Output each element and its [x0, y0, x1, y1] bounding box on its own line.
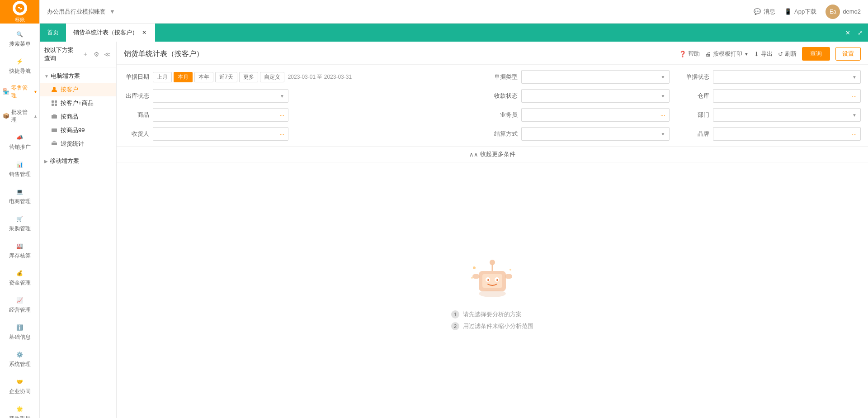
help-btn[interactable]: ❓ 帮助: [679, 50, 700, 58]
date-this-year-btn[interactable]: 本年: [194, 72, 213, 82]
warehouse-select[interactable]: ···: [713, 89, 861, 103]
top-header: 办公用品行业模拟账套 ▼ 💬 消息 📱 App下载 Ea demo2: [40, 0, 868, 24]
type-control: ▼: [521, 70, 670, 84]
template-print-btn[interactable]: 🖨 按模板打印 ▼: [705, 50, 749, 58]
filter-row-1: 单据日期 上月 本月 本年 近7天 更多 自定义 2023-03-01 至 20…: [124, 70, 861, 84]
export-btn[interactable]: ⬇ 导出: [754, 50, 773, 58]
filter-row-3: 商品 ··· 业务员 ···: [124, 108, 861, 122]
brand-label: 品牌: [684, 130, 709, 138]
scheme-group-desktop-title[interactable]: ▼ 电脑端方案: [40, 69, 116, 83]
out-status-chevron-icon: ▼: [280, 94, 284, 99]
svg-rect-7: [52, 128, 57, 132]
empty-tips: 1 请先选择要分析的方案 2 用过滤条件来缩小分析范围: [451, 310, 533, 330]
tab-home[interactable]: 首页: [40, 24, 66, 42]
filter-type: 单据类型 ▼: [492, 70, 670, 84]
sidebar-item-inventory[interactable]: 🏭 库存核算: [0, 237, 39, 264]
status-select[interactable]: ▼: [713, 70, 861, 84]
filter-status: 单据状态 ▼: [684, 70, 861, 84]
date-last-month-btn[interactable]: 上月: [153, 72, 172, 82]
collapse-bar[interactable]: ∧∧ 收起更多条件: [117, 147, 868, 162]
search-icon: 🔍: [15, 30, 24, 39]
tab-report[interactable]: 销货单统计表（按客户） ✕: [66, 24, 155, 42]
scheme-item-return-stats[interactable]: 退货统计: [40, 137, 116, 151]
department-select[interactable]: ▼: [713, 108, 861, 122]
product-select[interactable]: ···: [153, 108, 288, 122]
sidebar-item-marketing[interactable]: 📣 营销推广: [0, 128, 39, 156]
brand-select[interactable]: ···: [713, 127, 861, 141]
refresh-btn[interactable]: ↺ 刷新: [778, 50, 797, 58]
scheme-title: 按以下方案查询: [44, 46, 78, 62]
sidebar-item-sales[interactable]: 📊 销售管理: [0, 156, 39, 183]
sidebar-item-newcomer[interactable]: 🌟 新手引导: [0, 400, 39, 418]
main-area: 办公用品行业模拟账套 ▼ 💬 消息 📱 App下载 Ea demo2 首页: [40, 0, 868, 418]
purchase-icon: 🛒: [15, 214, 24, 223]
date-last-7days-btn[interactable]: 近7天: [215, 72, 237, 82]
industry-dropdown-icon[interactable]: ▼: [109, 8, 115, 15]
svg-rect-2: [52, 100, 54, 103]
brand-control: ···: [713, 127, 861, 141]
header-left: 办公用品行业模拟账套 ▼: [47, 8, 115, 16]
sidebar-item-basics[interactable]: ℹ️ 基础信息: [0, 318, 39, 346]
scheme-item-by-product[interactable]: 按商品: [40, 110, 116, 124]
sidebar-item-wholesale[interactable]: 📦 批发管理 ▲: [0, 104, 39, 128]
product-label: 商品: [124, 111, 149, 119]
tab-close-all-btn[interactable]: ✕: [844, 28, 852, 38]
date-this-month-btn[interactable]: 本月: [174, 72, 193, 82]
scheme-settings-btn[interactable]: ⚙: [92, 50, 101, 59]
salesperson-dots: ···: [660, 112, 665, 119]
product99-icon: [51, 127, 58, 134]
inventory-icon: 🏭: [15, 242, 24, 251]
filter-out-status: 出库状态 ▼: [124, 89, 478, 103]
scheme-collapse-btn[interactable]: ≪: [103, 50, 112, 59]
sidebar-item-system[interactable]: ⚙️ 系统管理: [0, 346, 39, 373]
sidebar-item-search[interactable]: 🔍 搜索菜单: [0, 25, 39, 52]
filter-warehouse: 仓库 ···: [684, 89, 861, 103]
out-status-select[interactable]: ▼: [153, 89, 288, 103]
user-menu[interactable]: Ea demo2: [826, 5, 861, 19]
scheme-item-by-customer-product[interactable]: 按客户+商品: [40, 96, 116, 110]
salesperson-control: ···: [521, 108, 670, 122]
print-icon: 🖨: [705, 51, 711, 57]
query-button[interactable]: 查询: [802, 47, 830, 61]
filter-row-4: 收货人 ··· 结算方式 ▼: [124, 127, 861, 141]
retail-icon: 🏪: [2, 87, 10, 96]
print-arrow-icon: ▼: [744, 52, 749, 57]
svg-rect-4: [52, 104, 54, 106]
sidebar-item-retail[interactable]: 🏪 零售管理 ▼: [0, 80, 39, 104]
sidebar-item-operations[interactable]: 📈 经营管理: [0, 291, 39, 318]
sidebar-item-enterprise[interactable]: 🤝 企业协同: [0, 373, 39, 400]
scheme-group-mobile-title[interactable]: ▶ 移动端方案: [40, 154, 116, 168]
date-control: 上月 本月 本年 近7天 更多 自定义 2023-03-01 至 2023-03…: [153, 72, 478, 82]
out-status-control: ▼: [153, 89, 478, 103]
scheme-item-by-customer[interactable]: 按客户: [40, 83, 116, 96]
status-chevron-icon: ▼: [852, 75, 857, 80]
sidebar-item-quick-nav[interactable]: ⚡ 快捷导航: [0, 52, 39, 80]
download-icon: 📱: [784, 8, 792, 15]
return-icon: [51, 140, 58, 147]
sidebar-item-ecommerce[interactable]: 💻 电商管理: [0, 183, 39, 210]
date-label: 单据日期: [124, 73, 149, 81]
tab-close-report[interactable]: ✕: [141, 29, 148, 36]
settlement-select[interactable]: ▼: [521, 127, 670, 141]
system-icon: ⚙️: [15, 350, 24, 359]
settlement-chevron-icon: ▼: [661, 132, 665, 137]
app-download-btn[interactable]: 📱 App下载: [784, 8, 816, 16]
settings-button[interactable]: 设置: [835, 47, 861, 61]
empty-state: 1 请先选择要分析的方案 2 用过滤条件来缩小分析范围: [117, 162, 868, 418]
salesperson-select[interactable]: ···: [521, 108, 670, 122]
sidebar-item-finance[interactable]: 💰 资金管理: [0, 264, 39, 291]
receiver-select[interactable]: ···: [153, 127, 288, 141]
scheme-item-by-product99[interactable]: 按商品99: [40, 124, 116, 137]
date-more-btn[interactable]: 更多: [239, 72, 258, 82]
receipt-status-select[interactable]: ▼: [521, 89, 670, 103]
tab-maximize-btn[interactable]: ⤢: [856, 28, 864, 38]
type-select[interactable]: ▼: [521, 70, 670, 84]
empty-tip-2: 2 用过滤条件来缩小分析范围: [451, 322, 533, 330]
sidebar-item-purchase[interactable]: 🛒 采购管理: [0, 210, 39, 237]
header-right: 💬 消息 📱 App下载 Ea demo2: [754, 5, 861, 19]
empty-tip-1: 1 请先选择要分析的方案: [451, 310, 533, 318]
basics-icon: ℹ️: [15, 323, 24, 332]
date-custom-btn[interactable]: 自定义: [260, 72, 284, 82]
message-btn[interactable]: 💬 消息: [754, 8, 775, 16]
scheme-add-btn[interactable]: ＋: [81, 50, 90, 59]
